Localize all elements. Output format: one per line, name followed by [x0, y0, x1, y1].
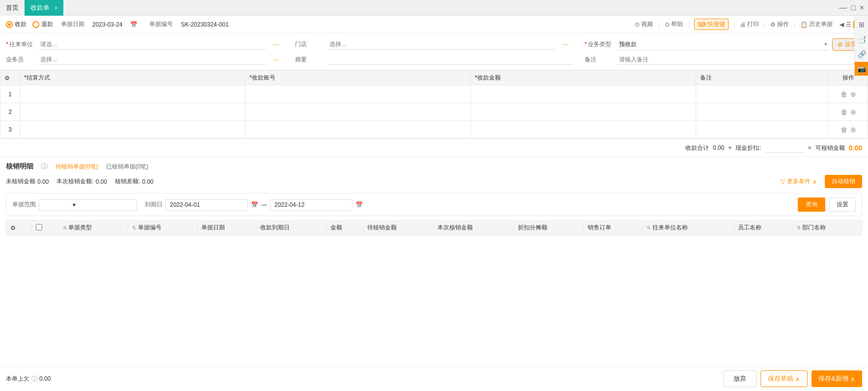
salesperson-more-btn[interactable]: ··· [269, 56, 283, 64]
date-value: 2023-03-24 [92, 21, 122, 28]
tab-bar: 首页 收款单 × — □ × [0, 0, 868, 16]
date-label: 单据日期 [61, 20, 84, 28]
diff-stat: 核销差额: 0.00 [115, 177, 154, 186]
diff-value: 0.00 [142, 178, 153, 185]
list-icon[interactable]: ☰ [846, 21, 851, 28]
shortcut-btn[interactable]: ⌨ 快捷键 [694, 19, 729, 30]
col-sales-order: 销售订单 [584, 221, 643, 235]
remarks-field: 备注 [585, 55, 862, 65]
remark-cell-1[interactable] [696, 85, 828, 103]
remarks-input[interactable] [617, 55, 862, 65]
writeoff-stats: 未核销金额 0.00 本次核销金额: 0.00 核销差额: 0.00 ▽ 更多条… [6, 175, 862, 188]
copy-icon[interactable]: ⊕ [850, 108, 856, 116]
maximize-icon[interactable]: □ [851, 3, 856, 12]
date-range-field: 到期日 📅 — 📅 [145, 199, 363, 211]
store-field: 门店 ··· [295, 39, 572, 50]
remark-cell-3[interactable] [696, 121, 828, 139]
prev-icon[interactable]: ◀ [840, 21, 844, 28]
right-sidebar: ⊞ 📑 🔗 📷 [854, 16, 868, 78]
col-discount: 折扣分摊额 [514, 221, 584, 235]
setting-button-2[interactable]: 设置 [829, 197, 856, 212]
amount-cell-3[interactable] [470, 121, 696, 139]
close-icon[interactable]: × [860, 3, 864, 12]
store-label: 门店 [295, 40, 325, 49]
store-more-btn[interactable]: ··· [558, 40, 572, 49]
operation-btn[interactable]: ⚙ 操作 [770, 20, 789, 28]
delete-icon[interactable]: 🗑 [841, 108, 847, 116]
date-from-icon[interactable]: 📅 [251, 201, 258, 208]
history-btn[interactable]: 📋 历史单据 [800, 20, 833, 28]
counterpart-more-btn[interactable]: ··· [269, 40, 283, 49]
settlement-cell-3[interactable] [20, 121, 245, 139]
date-range-separator: — [261, 201, 267, 208]
auto-writeoff-button[interactable]: 自动核销 [825, 175, 862, 188]
remark-cell-2[interactable] [696, 103, 828, 121]
select-all-checkbox[interactable] [36, 224, 42, 230]
writeoff-header: 核销明细 ⓘ 待核销单据(0笔) 已核销单据(0笔) [6, 162, 862, 171]
account-cell-1[interactable] [245, 85, 470, 103]
business-type-select[interactable]: 预收款 ▾ [617, 39, 829, 51]
action-cell-2: 🗑 ⊕ [829, 103, 868, 121]
amount-cell-2[interactable] [470, 103, 696, 121]
uncancelled-stat: 未核销金额 0.00 [6, 177, 49, 186]
video-btn[interactable]: ⊙ 视频 [635, 20, 653, 28]
help-btn[interactable]: ⊙ 帮助 [665, 20, 683, 28]
summary-input[interactable] [327, 55, 572, 65]
pending-tab[interactable]: 待核销单据(0笔) [55, 163, 98, 171]
row-num-1: 1 [0, 85, 20, 103]
radio-refund[interactable]: 退款 [32, 20, 53, 28]
copy-icon[interactable]: ⊕ [850, 126, 856, 134]
sidebar-camera-icon[interactable]: 📷 [855, 62, 868, 76]
tab-close-icon[interactable]: × [54, 5, 57, 11]
uncancelled-value: 0.00 [37, 178, 49, 185]
gear-icon[interactable]: ⚙ [4, 75, 10, 82]
save-draft-button[interactable]: 保存草稿 ∧ [760, 370, 808, 387]
filter-row: 单据范围 ▾ 到期日 📅 — 📅 查询 设置 [6, 193, 862, 216]
delete-icon[interactable]: 🗑 [841, 126, 847, 134]
print-btn[interactable]: 🖨 打印 [740, 20, 759, 28]
bottom-bar: 本单上欠 ⓘ 0.00 放弃 保存草稿 ∧ 保存&新增 ∧ [0, 366, 868, 391]
sidebar-doc-icon[interactable]: 📑 [855, 32, 868, 46]
chevron-down-icon: ▾ [73, 201, 76, 208]
minimize-icon[interactable]: — [839, 3, 847, 12]
col-account-header: *收款账号 [245, 71, 470, 85]
salesperson-input[interactable] [38, 55, 266, 65]
account-cell-2[interactable] [245, 103, 470, 121]
save-new-button[interactable]: 保存&新增 ∧ [812, 370, 862, 387]
store-input[interactable] [327, 39, 555, 50]
gear-icon: ⚙ [838, 41, 843, 48]
query-button[interactable]: 查询 [798, 197, 825, 212]
amount-cell-1[interactable] [470, 85, 696, 103]
tab-home[interactable]: 首页 [0, 0, 25, 16]
settlement-cell-1[interactable] [20, 85, 245, 103]
date-picker-icon[interactable]: 📅 [130, 21, 137, 28]
tab-current[interactable]: 收款单 × [25, 0, 63, 16]
counterpart-label: 往来单位 [6, 40, 35, 49]
range-select[interactable]: ▾ [39, 199, 137, 211]
date-to-input[interactable] [270, 199, 353, 211]
date-to-icon[interactable]: 📅 [355, 201, 363, 208]
date-from-input[interactable] [165, 199, 248, 211]
sidebar-table-icon[interactable]: ⊞ [855, 18, 868, 31]
discount-input[interactable] [765, 143, 804, 153]
info-circle-icon[interactable]: ⓘ [31, 375, 37, 383]
writeoff-title: 核销明细 [6, 162, 33, 171]
radio-receive[interactable]: 收款 [6, 20, 27, 28]
more-conditions-btn[interactable]: ▽ 更多条件 ∧ [781, 177, 817, 186]
settlement-cell-2[interactable] [20, 103, 245, 121]
account-cell-3[interactable] [245, 121, 470, 139]
salesperson-label: 业务员 [6, 56, 35, 64]
bottom-table: ⚙ ⇅ 单据类型 ⇅ 单据编号 单据日期 收款到期日 金额 待核销金额 本次核销… [6, 220, 862, 235]
done-tab[interactable]: 已核销单据(0笔) [106, 163, 149, 171]
delete-icon[interactable]: 🗑 [841, 90, 847, 98]
window-controls: — □ × [839, 3, 868, 12]
copy-icon[interactable]: ⊕ [850, 90, 856, 98]
abandon-button[interactable]: 放弃 [723, 370, 757, 387]
table-row: 3 🗑 ⊕ [0, 121, 868, 139]
gear-icon[interactable]: ⚙ [10, 224, 16, 231]
info-icon[interactable]: ⓘ [41, 162, 48, 171]
counterpart-input[interactable] [38, 39, 266, 50]
col-current-amount: 本次核销金额 [433, 221, 514, 235]
sidebar-link-icon[interactable]: 🔗 [855, 47, 868, 61]
remarks-label: 备注 [585, 56, 614, 64]
